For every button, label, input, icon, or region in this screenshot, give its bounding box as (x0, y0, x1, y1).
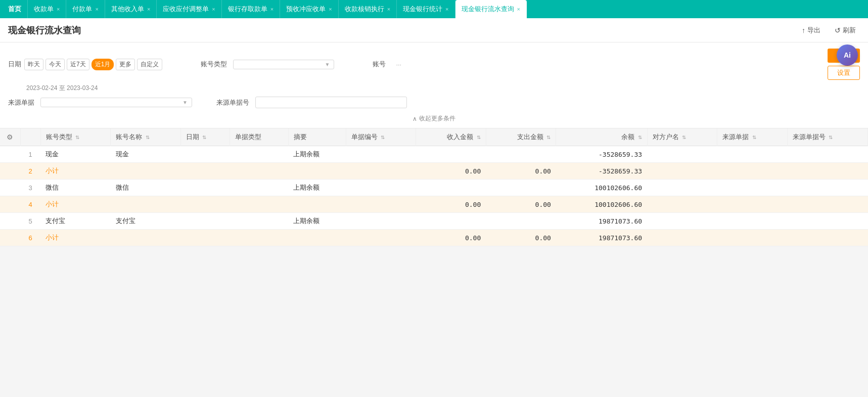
date-btn-yesterday[interactable]: 昨天 (24, 59, 43, 70)
col-summary[interactable]: 摘要 (288, 128, 346, 146)
row-balance: -3528659.33 (556, 163, 647, 180)
close-icon[interactable]: × (270, 6, 273, 12)
nav-tab-home-label: 首页 (8, 5, 21, 14)
row-source-doc (717, 230, 788, 246)
close-icon[interactable]: × (57, 6, 60, 12)
export-icon: ↑ (802, 26, 805, 34)
row-config (0, 213, 20, 230)
close-icon[interactable]: × (212, 6, 215, 12)
col-account-type-label: 账号类型 (46, 133, 72, 141)
nav-tab-collect-exec[interactable]: 收款核销执行 × (339, 0, 397, 18)
refresh-icon: ↺ (835, 26, 841, 34)
row-date (180, 213, 230, 230)
col-income[interactable]: 收入金额 ⇅ (416, 128, 486, 146)
col-config[interactable]: ⚙ (0, 128, 20, 146)
date-range-display: 2023-02-24 至 2023-03-24 (8, 84, 860, 93)
more-dots-icon[interactable]: ··· (393, 60, 404, 69)
gear-icon[interactable]: ⚙ (7, 133, 13, 141)
close-icon[interactable]: × (95, 6, 98, 12)
nav-tab-receipts-label: 收款单 (34, 5, 54, 14)
row-summary: 上期余额 (288, 180, 346, 196)
close-icon[interactable]: × (445, 6, 448, 12)
row-source-doc (717, 180, 788, 196)
table-row[interactable]: 4 小计 0.00 0.00 100102606.60 (0, 196, 868, 213)
account-type-select[interactable]: ▼ (233, 60, 334, 69)
row-doc-no (346, 146, 416, 163)
nav-tab-home[interactable]: 首页 (2, 0, 28, 18)
col-doc-type[interactable]: 单据类型 (230, 128, 288, 146)
row-expense: 0.00 (486, 163, 556, 180)
filter-area: 日期 昨天 今天 近7天 近1月 更多 自定义 账号类型 ▼ 账号 ··· 查询… (0, 42, 868, 128)
nav-tab-bank-deposit[interactable]: 银行存取款单 × (222, 0, 280, 18)
col-expense[interactable]: 支出金额 ⇅ (486, 128, 556, 146)
account-filter-item: 账号 ··· (373, 60, 404, 69)
sort-icon: ⇅ (829, 135, 833, 140)
table-row[interactable]: 3 微信 微信 上期余额 100102606.60 (0, 180, 868, 196)
row-config (0, 163, 20, 180)
row-summary (288, 196, 346, 213)
row-doc-type (230, 180, 288, 196)
nav-tab-receipts[interactable]: 收款单 × (28, 0, 66, 18)
table-row[interactable]: 5 支付宝 支付宝 上期余额 19871073.60 (0, 213, 868, 230)
col-account-type[interactable]: 账号类型 ⇅ (40, 128, 111, 146)
table-row[interactable]: 6 小计 0.00 0.00 19871073.60 (0, 230, 868, 246)
account-type-filter-item: 账号类型 ▼ (201, 60, 334, 69)
col-counterparty[interactable]: 对方户名 ⇅ (647, 128, 717, 146)
sort-icon: ⇅ (381, 135, 385, 140)
source-doc-no-filter-item: 来源单据号 (216, 97, 407, 108)
col-doc-type-label: 单据类型 (235, 133, 261, 141)
ai-assistant-button[interactable]: Ai (837, 45, 858, 66)
row-source-doc-no (787, 230, 867, 246)
row-account-name: 微信 (111, 180, 181, 196)
close-icon[interactable]: × (517, 6, 520, 12)
row-doc-no (346, 180, 416, 196)
date-btn-more[interactable]: 更多 (116, 59, 135, 70)
table-row[interactable]: 1 现金 现金 上期余额 -3528659.33 (0, 146, 868, 163)
row-source-doc-no (787, 146, 867, 163)
row-summary (288, 163, 346, 180)
col-doc-no[interactable]: 单据编号 ⇅ (346, 128, 416, 146)
row-account-type: 小计 (40, 196, 111, 213)
row-account-name (111, 230, 181, 246)
nav-tab-cash-bank-stat[interactable]: 现金银行统计 × (397, 0, 455, 18)
date-filter-item: 日期 昨天 今天 近7天 近1月 更多 自定义 (8, 59, 162, 70)
row-balance: 19871073.60 (556, 230, 647, 246)
nav-tab-receivable-adjust[interactable]: 应收应付调整单 × (157, 0, 221, 18)
settings-button[interactable]: 设置 (828, 66, 860, 80)
col-balance[interactable]: 余额 ⇅ (556, 128, 647, 146)
table-row[interactable]: 2 小计 0.00 0.00 -3528659.33 (0, 163, 868, 180)
col-date[interactable]: 日期 ⇅ (180, 128, 230, 146)
close-icon[interactable]: × (387, 6, 390, 12)
row-number: 2 (20, 163, 40, 180)
source-doc-select[interactable]: ▼ (40, 98, 192, 107)
col-account-name[interactable]: 账号名称 ⇅ (111, 128, 181, 146)
date-btn-today[interactable]: 今天 (45, 59, 65, 70)
nav-tab-cash-bank-flow-label: 现金银行流水查询 (462, 5, 514, 14)
nav-tab-payments[interactable]: 付款单 × (66, 0, 105, 18)
nav-tab-cash-bank-flow[interactable]: 现金银行流水查询 × (455, 0, 527, 18)
col-date-label: 日期 (186, 133, 199, 141)
nav-tab-advance-offset[interactable]: 预收冲应收单 × (280, 0, 338, 18)
sort-icon: ⇅ (682, 135, 686, 140)
date-btn-1month[interactable]: 近1月 (92, 59, 114, 70)
collapse-bar[interactable]: ∧ 收起更多条件 (8, 112, 860, 124)
row-source-doc (717, 146, 788, 163)
refresh-button[interactable]: ↺ 刷新 (831, 24, 860, 37)
source-doc-no-input[interactable] (255, 97, 407, 108)
row-income (416, 180, 486, 196)
col-source-doc-label: 来源单据 (722, 133, 749, 141)
nav-tab-payments-label: 付款单 (72, 5, 92, 14)
col-source-doc-no[interactable]: 来源单据号 ⇅ (787, 128, 867, 146)
close-icon[interactable]: × (329, 6, 332, 12)
source-doc-label: 来源单据 (8, 98, 34, 107)
col-source-doc[interactable]: 来源单据 ⇅ (717, 128, 788, 146)
date-btn-custom[interactable]: 自定义 (137, 59, 162, 70)
date-btn-7days[interactable]: 近7天 (67, 59, 89, 70)
filter-row-1: 日期 昨天 今天 近7天 近1月 更多 自定义 账号类型 ▼ 账号 ··· 查询… (8, 49, 860, 80)
export-button[interactable]: ↑ 导出 (798, 24, 825, 37)
close-icon[interactable]: × (147, 6, 150, 12)
nav-tab-other-income[interactable]: 其他收入单 × (105, 0, 157, 18)
header-actions: ↑ 导出 ↺ 刷新 (798, 24, 860, 37)
table-header-row: ⚙ 账号类型 ⇅ 账号名称 ⇅ 日期 ⇅ 单据类型 (0, 128, 868, 146)
row-balance: 19871073.60 (556, 213, 647, 230)
